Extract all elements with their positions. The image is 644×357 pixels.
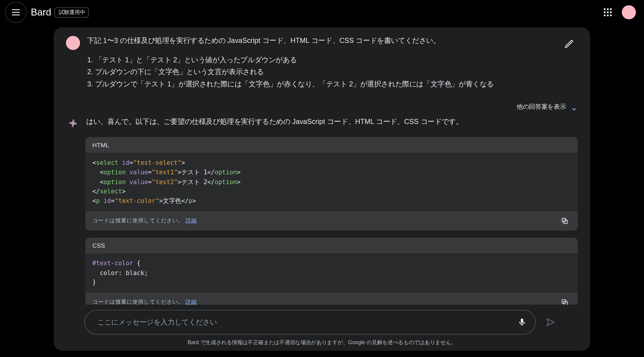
copy-code-button[interactable] [558,215,571,227]
list-item: 「テスト 1」と「テスト 2」という値が入ったプルダウンがある [95,54,553,66]
code-more-link[interactable]: 詳細 [185,299,197,305]
copy-icon [561,298,569,305]
code-caution-text: コードは慎重に使用してください。 [92,299,184,305]
input-placeholder: ここにメッセージを入力してください [97,318,513,327]
input-row: ここにメッセージを入力してください [54,305,590,336]
edit-prompt-button[interactable] [560,35,578,53]
message-input[interactable]: ここにメッセージを入力してください [84,310,535,335]
user-message: 下記 1〜3 の仕様及び処理を実行するための JavaScript コード、HT… [66,35,578,98]
code-footer: コードは慎重に使用してください。 詳細 [85,211,578,231]
list-item: プルダウンで「テスト 1」が選択された際には「文字色」が赤くなり、「テスト 2」… [95,79,553,90]
code-caution-text: コードは慎重に使用してください。 [92,217,184,225]
menu-button[interactable] [5,2,27,23]
menu-icon [12,9,20,15]
user-prompt-list: 「テスト 1」と「テスト 2」という値が入ったプルダウンがある プルダウンの下に… [87,54,553,90]
user-message-text: 下記 1〜3 の仕様及び処理を実行するための JavaScript コード、HT… [87,35,553,91]
apps-icon [604,8,612,16]
mic-button[interactable] [513,313,531,331]
send-icon [545,317,556,327]
user-avatar [66,36,80,50]
code-block-css: CSS #text-color { color: black; } コードは慎重… [85,238,578,305]
account-avatar[interactable] [622,5,636,19]
brand-name: Bard [31,7,51,18]
disclaimer-text: Bard で生成される情報は不正確または不適切な場合がありますが、Google … [54,336,590,351]
code-footer: コードは慎重に使用してください。 詳細 [85,293,578,305]
code-lang-label: HTML [85,137,578,153]
bard-spark-icon [67,118,79,130]
assistant-intro: はい、喜んで。以下は、ご要望の仕様及び処理を実行するための JavaScript… [86,116,463,128]
svg-rect-4 [521,325,522,326]
code-block-html: HTML <select id="test-select"> <option v… [85,137,578,231]
experiment-badge: 試験運用中 [55,7,89,17]
app-header: Bard 試験運用中 [0,0,644,25]
pencil-icon [564,39,574,49]
conversation-panel: 下記 1〜3 の仕様及び処理を実行するための JavaScript コード、HT… [54,27,590,351]
mic-icon [517,317,527,327]
assistant-response: 他の回答案を表示 ⌄ はい、喜んで。以下は、ご要望の仕様及び処理を実行するための… [66,100,578,305]
code-lang-label: CSS [85,238,578,254]
list-item: プルダウンの下に「文字色」という文言が表示される [95,66,553,78]
google-apps-button[interactable] [599,4,617,21]
chevron-down-icon: ⌄ [570,102,578,113]
conversation-scroll[interactable]: 下記 1〜3 の仕様及び処理を実行するための JavaScript コード、HT… [54,27,590,305]
show-alternatives-row[interactable]: 他の回答案を表示 ⌄ [66,100,578,116]
show-alternatives-label: 他の回答案を表示 [517,103,566,111]
copy-code-button[interactable] [558,296,571,305]
code-content: <select id="test-select"> <option value=… [85,153,578,211]
send-button[interactable] [542,313,559,331]
copy-icon [561,217,569,225]
code-more-link[interactable]: 詳細 [185,217,197,225]
code-content: #text-color { color: black; } [85,254,578,293]
user-prompt-intro: 下記 1〜3 の仕様及び処理を実行するための JavaScript コード、HT… [87,35,553,46]
